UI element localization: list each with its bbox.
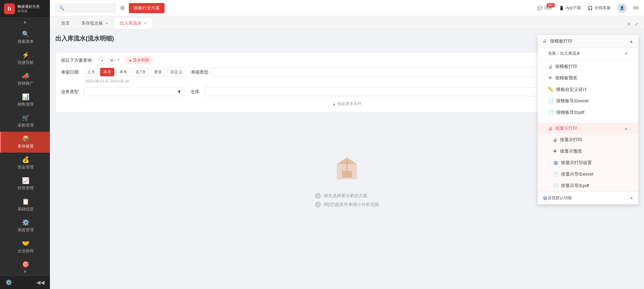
empty-state-icon [330, 152, 364, 186]
dropdown-item-template-excel[interactable]: 📄 按模板导出excel [538, 95, 638, 107]
dropdown-item-template-custom[interactable]: ✏️ 模板自定义设计 [538, 84, 638, 95]
search-input[interactable] [66, 6, 107, 10]
download-icon: 📱 [559, 6, 564, 10]
sidebar-item-label-quicknav: 快捷导航 [18, 60, 34, 65]
sidebar-item-sales[interactable]: 📊 销售管理 [0, 90, 50, 111]
dropdown-title: 按模板打印 [550, 38, 572, 44]
display-section-chevron: ▲ [624, 126, 628, 131]
filter-settings-btn[interactable]: ⚙ [108, 57, 115, 64]
sidebar-nav: 🔍 搜索菜单 ⚡ 快捷导航 📣 营销推广 📊 销售管理 🛒 采购管理 📦 库存核… [0, 26, 50, 268]
collab-icon: 🤝 [22, 240, 29, 247]
footer-label: 设置默认功能 [548, 195, 572, 201]
template-pdf-label: 按模板导出pdf [556, 109, 584, 115]
collapse-sidebar-icon[interactable]: ◀◀ [36, 279, 45, 286]
sub-item-display-pdf[interactable]: 📄 按显示导出pdf [538, 180, 638, 191]
template-print-icon: 🖨 [548, 64, 553, 69]
tab-flow[interactable]: 出入库流水 ✕ [114, 18, 152, 29]
collapse-label: 收起更多条件 [338, 101, 362, 107]
close-window-icon[interactable]: ✕ [626, 21, 631, 27]
tab-flow-label: 出入库流水 [120, 20, 142, 26]
sidebar-item-inventory[interactable]: 📦 库存核算 [0, 132, 50, 153]
dropdown-display-section-header[interactable]: 🖨 按显示打印 ▲ [538, 123, 638, 134]
template-preview-icon: 👁 [548, 75, 553, 81]
logo-icon: b [4, 3, 15, 14]
sub-item-display-print[interactable]: 🖨 按显示打印 [538, 134, 638, 146]
date-btn-custom[interactable]: 自定义 [167, 68, 185, 76]
maximize-window-icon[interactable]: ⤢ [634, 21, 639, 27]
sidebar-item-basic[interactable]: 📋 基础信息 [0, 194, 50, 215]
tab-batch[interactable]: 库存批次账 ✕ [76, 18, 114, 29]
sidebar-item-marketing[interactable]: 📣 营销推广 [0, 69, 50, 90]
window-controls: ✕ ⤢ [626, 21, 639, 29]
inventory-icon: 📦 [22, 135, 29, 142]
avatar[interactable]: 👤 [617, 3, 627, 13]
dropdown-close-icon[interactable]: ▲ [629, 38, 634, 44]
sidebar-scroll-down[interactable]: ▼ [0, 268, 50, 275]
dropdown-item-template-print[interactable]: 🖨 按模板打印 [538, 61, 638, 72]
template-preview-label: 按模板预览 [555, 75, 577, 81]
date-filter: 上月 本月 本年 近7天 更多 自定义 [84, 68, 185, 76]
header-search-box[interactable]: 🔍 [55, 4, 116, 12]
sidebar-item-finance[interactable]: 💰 资金管理 [0, 153, 50, 174]
settings-bottom-icon[interactable]: ⚙️ [5, 279, 12, 286]
sidebar-item-operation[interactable]: 📈 经营管理 [0, 174, 50, 194]
filter-collapse-btn[interactable]: « [117, 57, 120, 64]
finance-icon: 💰 [22, 156, 29, 163]
header-right: 💬 消息 99+ 📱 App下载 🎧 在线客服 👤 Rit [537, 3, 639, 13]
date-btn-thisyear[interactable]: 本年 [116, 68, 130, 76]
step-1-label: 请先选择要分析的方案 [324, 193, 368, 199]
business-type-selector[interactable]: ▼ [84, 87, 185, 96]
business-type-label: 业务类型 [61, 89, 79, 95]
app-download-label: App下载 [566, 5, 581, 11]
app-download[interactable]: 📱 App下载 [559, 5, 581, 11]
sidebar-item-guide[interactable]: 🎯 新手引导 [0, 257, 50, 268]
display-print-icon: 🖨 [553, 137, 557, 142]
sub-item-display-settings[interactable]: ⚙️ 按显示打印设置 [538, 157, 638, 168]
page-title: 出入库流水(流水明细) [55, 34, 114, 43]
step-num-1: 1 [315, 193, 321, 199]
sub-item-display-preview[interactable]: 👁 按显示预览 [538, 146, 638, 157]
dropdown-item-template-preview[interactable]: 👁 按模板预览 [538, 72, 638, 84]
dropdown-header: 🖨 按模板打印 ▲ [538, 35, 638, 48]
display-section-label: 按显示打印 [555, 125, 577, 131]
service-icon: 🎧 [588, 6, 593, 10]
sidebar-item-label-finance: 资金管理 [18, 164, 34, 170]
date-btn-lastmonth[interactable]: 上月 [84, 68, 98, 76]
tab-batch-close[interactable]: ✕ [105, 21, 108, 26]
trial-button[interactable]: 体验行业方案 [129, 3, 165, 13]
username-label: Rit [634, 6, 639, 10]
sidebar-item-label-search: 搜索菜单 [18, 39, 34, 45]
header-gear-icon[interactable]: ⚙ [120, 5, 125, 11]
sub-item-display-excel[interactable]: 📄 按显示导出excel [538, 168, 638, 180]
dropdown-footer[interactable]: ⚙️ 设置默认功能 ▼ [538, 191, 638, 204]
sidebar-item-collab[interactable]: 🤝 企业协同 [0, 236, 50, 257]
online-service[interactable]: 🎧 在线客服 [588, 5, 611, 11]
logo-name: 畅捷通好生意 [18, 4, 40, 9]
empty-step-2: 2 用[过滤]条件来缩小分析范围 [315, 202, 379, 208]
filter-add-btn[interactable]: + [98, 57, 106, 64]
sidebar-item-search[interactable]: 🔍 搜索菜单 [0, 27, 50, 48]
empty-step-1: 1 请先选择要分析的方案 [315, 193, 379, 199]
filter-tag-flow[interactable]: ● 流水明细 [125, 56, 153, 64]
sidebar-item-label-marketing: 营销推广 [18, 81, 34, 86]
date-range-display: 2023-06-01 至 2023-06-30 [85, 79, 129, 84]
dropdown-item-template-pdf[interactable]: 📄 按模板导出pdf [538, 107, 638, 118]
sidebar-item-system[interactable]: ⚙️ 系统管理 [0, 215, 50, 236]
display-pdf-label: 按显示导出pdf [561, 183, 589, 189]
messages-badge[interactable]: 💬 消息 99+ [537, 5, 552, 11]
dropdown-template-section: 🖨 按模板打印 👁 按模板预览 ✏️ 模板自定义设计 📄 按模板导出excel … [538, 59, 638, 120]
tab-home[interactable]: 首页 [55, 18, 76, 29]
date-btn-7days[interactable]: 近7天 [133, 68, 149, 76]
tab-flow-close[interactable]: ✕ [144, 21, 147, 26]
sidebar-item-purchase[interactable]: 🛒 采购管理 [0, 111, 50, 132]
quicknav-icon: ⚡ [22, 51, 29, 59]
collapse-conditions-btn[interactable]: ▲ 收起更多条件 [328, 100, 366, 108]
sidebar-scroll-up[interactable]: ▲ [0, 18, 50, 26]
empty-steps: 1 请先选择要分析的方案 2 用[过滤]条件来缩小分析范围 [315, 193, 379, 210]
filter-label: 按以下方案查询 [61, 57, 92, 63]
online-service-label: 在线客服 [594, 5, 611, 11]
date-btn-thismonth[interactable]: 本月 [100, 68, 114, 76]
sidebar-item-quicknav[interactable]: ⚡ 快捷导航 [0, 48, 50, 69]
date-btn-more[interactable]: 更多 [151, 68, 165, 76]
warehouse-label: 仓库 [191, 89, 199, 95]
